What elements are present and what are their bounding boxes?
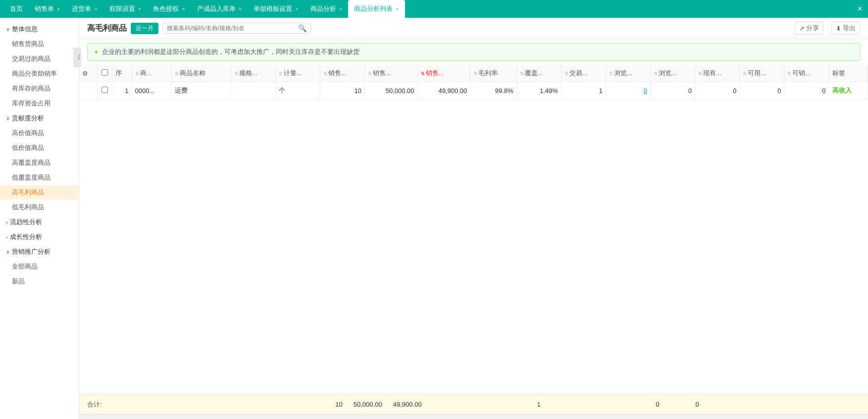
row-coverage: 1.49% <box>516 82 561 99</box>
sidebar-item-new-goods[interactable]: 新品 <box>0 274 79 289</box>
sidebar-group-marketing[interactable]: ∨ 营销推广分析 <box>0 244 79 259</box>
close-icon[interactable]: × <box>94 6 97 12</box>
col-header-gross-margin[interactable]: ⇅ 毛利率 <box>470 65 516 82</box>
chevron-down-icon: ∨ <box>6 249 10 255</box>
col-header-browse2[interactable]: ⇅ 浏览... <box>651 65 695 82</box>
row-checkbox[interactable] <box>102 87 108 93</box>
col-header-name[interactable]: ⇅ 商品名称 <box>171 65 231 82</box>
row-saleable: 0 <box>784 82 829 99</box>
row-name: 运费 <box>171 82 231 99</box>
close-icon[interactable]: × <box>182 6 185 12</box>
col-header-available[interactable]: ⇅ 可用... <box>740 65 784 82</box>
col-header-sales-profit[interactable]: ⇅ 销售... <box>417 65 470 82</box>
sidebar-item-low-value[interactable]: 低价值商品 <box>0 140 79 155</box>
col-header-coverage[interactable]: ⇅ 覆盖... <box>516 65 561 82</box>
col-header-trade-count[interactable]: ⇅ 交易... <box>561 65 606 82</box>
chevron-right-icon: › <box>6 219 8 225</box>
date-filter-button[interactable]: 近一月 <box>131 23 158 34</box>
close-icon[interactable]: × <box>239 6 242 12</box>
col-header-current-stock[interactable]: ⇅ 现有... <box>695 65 740 82</box>
nav-tab-sales[interactable]: 销售单 × <box>29 0 66 18</box>
row-sales-qty: 10 <box>320 82 364 99</box>
nav-tab-template[interactable]: 单据模板设置 × <box>248 0 304 18</box>
row-settings[interactable] <box>79 82 97 99</box>
sidebar-item-stock-funds[interactable]: 库存资金占用 <box>0 96 79 111</box>
nav-tab-permissions[interactable]: 权限设置 × <box>103 0 147 18</box>
nav-tab-purchase[interactable]: 进货单 × <box>66 0 103 18</box>
select-all-checkbox[interactable] <box>102 69 108 76</box>
row-unit: 个 <box>275 82 320 99</box>
row-sales-profit: 49,900.00 <box>417 82 470 99</box>
close-icon[interactable]: × <box>295 6 298 12</box>
row-checkbox-cell[interactable] <box>97 82 112 99</box>
share-icon: ↗ <box>799 25 805 32</box>
close-icon[interactable]: × <box>396 6 399 12</box>
sidebar-collapse-button[interactable]: 《 <box>73 47 81 67</box>
chevron-right-icon: › <box>6 234 8 240</box>
row-tag: 高收入 <box>829 82 868 99</box>
horizontal-scrollbar[interactable] <box>79 414 868 419</box>
sidebar-item-low-margin[interactable]: 低毛利商品 <box>0 200 79 215</box>
footer-sales-qty: 10 <box>307 399 347 410</box>
row-gross-margin: 99.8% <box>470 82 516 99</box>
sidebar-item-high-coverage[interactable]: 高覆盖度商品 <box>0 155 79 170</box>
sidebar-item-category-rate[interactable]: 商品分类助销率 <box>0 66 79 81</box>
close-icon[interactable]: × <box>57 6 60 12</box>
chevron-down-icon: ∨ <box>6 26 10 33</box>
sidebar-group-growth[interactable]: › 成长性分析 <box>0 230 79 244</box>
sidebar-item-all-goods[interactable]: 全部商品 <box>0 259 79 274</box>
footer-trade-count: 1 <box>505 399 545 410</box>
sidebar-item-in-stock[interactable]: 有库存的商品 <box>0 81 79 96</box>
sidebar-item-traded-goods[interactable]: 交易过的商品 <box>0 51 79 66</box>
col-header-unit[interactable]: ⇅ 计量... <box>275 65 320 82</box>
content-area: 高毛利商品 近一月 🔍 ↗ 分享 ⬇ 导出 ✦ 企业的主要的利润都是这部分商品创… <box>79 18 868 419</box>
row-sales-amount: 50,000.00 <box>364 82 417 99</box>
search-input[interactable] <box>167 25 298 32</box>
col-header-settings[interactable]: ⚙ <box>79 65 97 82</box>
table-row: 1 0000... 运费 个 10 50,000.00 49,900.00 99… <box>79 82 868 99</box>
row-spec <box>231 82 275 99</box>
sidebar-item-sales-goods[interactable]: 销售货商品 <box>0 37 79 51</box>
nav-tab-product-analysis-list[interactable]: 商品分析列表 × <box>348 0 405 18</box>
sidebar-item-low-coverage[interactable]: 低覆盖度商品 <box>0 170 79 185</box>
nav-tab-product-analysis[interactable]: 商品分析 × <box>305 0 348 18</box>
footer-current-stock: 0 <box>624 399 664 410</box>
sidebar-item-high-value[interactable]: 高价值商品 <box>0 126 79 140</box>
search-box[interactable]: 🔍 <box>162 23 311 34</box>
footer-sales-amount: 50,000.00 <box>347 399 386 410</box>
col-header-sales-qty[interactable]: ⇅ 销售... <box>320 65 364 82</box>
col-header-check[interactable] <box>97 65 112 82</box>
chevron-down-icon: ∨ <box>6 115 10 122</box>
sidebar-group-trend[interactable]: › 流趋性分析 <box>0 215 79 230</box>
nav-tab-home[interactable]: 首页 <box>4 0 29 18</box>
col-header-saleable[interactable]: ⇅ 可销... <box>784 65 829 82</box>
row-code: 0000... <box>132 82 171 99</box>
row-available: 0 <box>740 82 784 99</box>
data-table-wrapper[interactable]: ⚙ 序 ⇅ 商... <box>79 65 868 394</box>
footer-total-bar: 合计: 10 50,000.00 49,900.00 1 0 0 <box>79 394 868 414</box>
info-banner: ✦ 企业的主要的利润都是这部分商品创造的，可考虑加大推广，同时关注库存是不要出现… <box>87 43 860 61</box>
footer-sales-profit: 49,900.00 <box>386 399 426 410</box>
col-header-browse1[interactable]: ⇅ 浏览... <box>606 65 650 82</box>
search-icon: 🔍 <box>298 24 306 32</box>
data-table: ⚙ 序 ⇅ 商... <box>79 65 868 99</box>
sidebar-item-high-margin[interactable]: 高毛利商品 <box>0 185 79 200</box>
row-browse1[interactable]: 0 <box>606 82 650 99</box>
close-icon[interactable]: × <box>138 6 141 12</box>
col-header-spec[interactable]: ⇅ 规格... <box>231 65 275 82</box>
nav-tab-product-inbound[interactable]: 产成品入库单 × <box>191 0 248 18</box>
sidebar-group-overall[interactable]: ∨ 整体信息 <box>0 22 79 37</box>
export-button[interactable]: ⬇ 导出 <box>831 22 860 35</box>
col-header-tag[interactable]: 标签 <box>829 65 868 82</box>
col-header-code[interactable]: ⇅ 商... <box>132 65 171 82</box>
close-icon[interactable]: × <box>339 6 342 12</box>
row-index: 1 <box>112 82 132 99</box>
nav-tab-roles[interactable]: 角色授权 × <box>147 0 191 18</box>
page-title: 高毛利商品 <box>87 23 127 34</box>
share-button[interactable]: ↗ 分享 <box>795 22 823 35</box>
window-close-button[interactable]: × <box>856 2 864 15</box>
info-icon: ✦ <box>94 48 99 56</box>
sidebar-group-contribution[interactable]: ∨ 贡献度分析 <box>0 111 79 126</box>
content-header: 高毛利商品 近一月 🔍 ↗ 分享 ⬇ 导出 <box>79 18 868 39</box>
col-header-sales-amount[interactable]: ⇅ 销售... <box>364 65 417 82</box>
